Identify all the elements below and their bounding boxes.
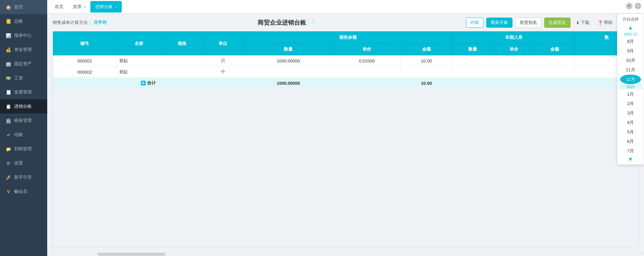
cell-opening-qty: 1000.00000 xyxy=(243,55,333,67)
sidebar-item-label: 进销台账 xyxy=(14,103,32,109)
tab-purchase-sales-close[interactable]: × xyxy=(115,5,117,9)
cost-method-label: 销售成本计算方法： xyxy=(53,20,92,25)
year-2022-label: 2022.12 xyxy=(617,31,644,37)
sidebar-item-tax[interactable]: 🏦 税务管理 xyxy=(0,113,47,128)
month-panel-title: 月份选择 xyxy=(617,15,644,24)
help-label: 帮助 xyxy=(604,20,613,26)
cell-code: 000002 xyxy=(53,67,117,78)
sidebar-item-closing[interactable]: ✔ 结账 xyxy=(0,128,47,142)
help-button[interactable]: ❓ 帮助 xyxy=(595,18,615,27)
month-5[interactable]: 5月 xyxy=(617,127,644,137)
match-button[interactable]: 对账 xyxy=(466,18,484,28)
cell-opening-amount: 10.00 xyxy=(401,55,452,67)
sidebar-item-purchase-sales[interactable]: 📋 进销台账 xyxy=(0,99,47,113)
sidebar-item-vip[interactable]: V 畅会员 xyxy=(0,184,47,199)
total-icon: 合 xyxy=(141,81,146,85)
scroll-thumb[interactable] xyxy=(98,253,165,256)
table-row[interactable]: 000001 前缸 只 1000.00000 0.01000 10.00 xyxy=(53,55,638,67)
cell-spec xyxy=(162,67,202,78)
month-1[interactable]: 1月 xyxy=(617,89,644,99)
total-label-cell: 合 合计 xyxy=(53,78,243,89)
col-subheader-inbound-amount: 金额 xyxy=(534,44,575,55)
month-nav-up-button[interactable]: ▲ xyxy=(628,25,633,31)
cell-inbound-qty xyxy=(452,55,493,67)
generate-button[interactable]: 生成凭证 xyxy=(544,18,570,28)
guide-icon: 🚀 xyxy=(5,175,11,180)
total-inbound-qty xyxy=(452,78,493,89)
sidebar-item-wages[interactable]: 💵 工资 xyxy=(0,71,47,85)
archive-icon: 📁 xyxy=(5,147,11,152)
cell-unit: 个 xyxy=(203,67,243,78)
cell-name: 前缸 xyxy=(116,55,162,67)
sidebar-item-ledger[interactable]: 📒 总账 xyxy=(0,14,47,28)
sidebar-item-settings[interactable]: ⚙ 设置 xyxy=(0,156,47,170)
maximize-button[interactable]: ⛶ xyxy=(635,3,641,9)
sidebar: 🏠 首页 📒 总账 📊 报表中心 💰 资金管理 🏢 固定资产 💵 工资 🧾 发票… xyxy=(0,0,47,256)
cell-inbound-price xyxy=(493,55,534,67)
sidebar-item-home[interactable]: 🏠 首页 xyxy=(0,0,47,14)
tax-icon: 🏦 xyxy=(5,118,11,123)
cell-code: 000001 xyxy=(53,55,117,67)
sidebar-item-invoices[interactable]: 🧾 发票管理 xyxy=(0,85,47,99)
doc-link-icon[interactable]: 📄 xyxy=(308,20,315,26)
sidebar-item-label: 税务管理 xyxy=(14,118,32,124)
download-button[interactable]: ⬇ 下载 xyxy=(573,18,592,27)
month-12[interactable]: 12月 xyxy=(620,75,641,84)
total-inbound-price xyxy=(493,78,534,89)
cost-method: 销售成本计算方法： 月平均 xyxy=(53,20,107,26)
col-header-spec: 规格 xyxy=(162,32,202,55)
main-area: ✕ ⛶ 首页 发票 × 进销台账 × 销售成本计算方法： 月平均 商贸企业进销台… xyxy=(47,0,644,256)
sidebar-item-label: 畅会员 xyxy=(14,188,27,195)
sidebar-item-funds[interactable]: 💰 资金管理 xyxy=(0,43,47,57)
cell-inbound-amount xyxy=(534,55,575,67)
sidebar-item-archive[interactable]: 📁 归档管理 xyxy=(0,142,47,156)
month-selector-panel: 月份选择 ▲ 2022.12 8月 9月 10月 11月 12月 2023 1月… xyxy=(617,14,644,165)
month-7[interactable]: 7月 xyxy=(617,146,644,156)
tab-invoices-close[interactable]: × xyxy=(84,5,86,9)
sidebar-item-label: 发票管理 xyxy=(14,89,32,95)
month-4[interactable]: 4月 xyxy=(617,118,644,127)
home-icon: 🏠 xyxy=(5,5,11,10)
sidebar-item-label: 首页 xyxy=(14,4,23,10)
table-row[interactable]: 000002 前缸 个 xyxy=(53,67,638,78)
month-6[interactable]: 6月 xyxy=(617,137,644,146)
page-title-area: 商贸企业进销台账 📄 xyxy=(258,19,315,27)
month-nav-down-button[interactable]: ▼ xyxy=(628,156,633,162)
month-2[interactable]: 2月 xyxy=(617,99,644,108)
close-button[interactable]: ✕ xyxy=(626,3,633,9)
month-11[interactable]: 11月 xyxy=(617,65,644,75)
month-9[interactable]: 9月 xyxy=(617,46,644,56)
tab-invoices[interactable]: 发票 × xyxy=(68,1,90,12)
tab-home-label: 首页 xyxy=(55,4,63,10)
reports-icon: 📊 xyxy=(5,33,11,38)
sidebar-item-assets[interactable]: 🏢 固定资产 xyxy=(0,57,47,71)
scroll-bar[interactable] xyxy=(47,252,644,256)
data-table: 编号 名称 规格 单位 期初余额 本期入库 数 数量 单价 金额 数量 单价 xyxy=(53,31,638,89)
sidebar-item-guide[interactable]: 🚀 新手引导 xyxy=(0,170,47,184)
total-opening-qty: 1000.00000 xyxy=(243,78,333,89)
month-10[interactable]: 10月 xyxy=(617,56,644,65)
month-3[interactable]: 3月 xyxy=(617,108,644,118)
sidebar-item-label: 总账 xyxy=(14,18,23,24)
cell-spec xyxy=(162,55,202,67)
cell-unit: 只 xyxy=(203,55,243,67)
tab-purchase-sales[interactable]: 进销台账 × xyxy=(90,1,121,12)
cost-method-value: 月平均 xyxy=(93,20,107,25)
action-buttons: 对账 重新开账 存货别名 生成凭证 ⬇ 下载 ❓ 帮助 🔄 刷新 xyxy=(466,18,639,28)
sidebar-item-label: 固定资产 xyxy=(14,61,32,67)
cell-opening-amount xyxy=(401,67,452,78)
reopen-button[interactable]: 重新开账 xyxy=(486,18,513,28)
month-8[interactable]: 8月 xyxy=(617,37,644,46)
total-opening-amount: 10.00 xyxy=(401,78,452,89)
year-2023-label: 2023 xyxy=(619,84,642,89)
tab-home[interactable]: 首页 xyxy=(50,1,68,12)
ledger-icon: 📒 xyxy=(5,19,11,24)
assets-icon: 🏢 xyxy=(5,61,11,67)
sidebar-item-reports[interactable]: 📊 报表中心 xyxy=(0,28,47,43)
save-as-button[interactable]: 存货别名 xyxy=(515,18,541,28)
purchase-sales-icon: 📋 xyxy=(5,104,11,109)
sidebar-item-label: 工资 xyxy=(14,75,23,81)
data-table-container: 编号 名称 规格 单位 期初余额 本期入库 数 数量 单价 金额 数量 单价 xyxy=(53,31,639,248)
tab-invoices-label: 发票 xyxy=(73,4,82,10)
cell-opening-price xyxy=(333,67,400,78)
